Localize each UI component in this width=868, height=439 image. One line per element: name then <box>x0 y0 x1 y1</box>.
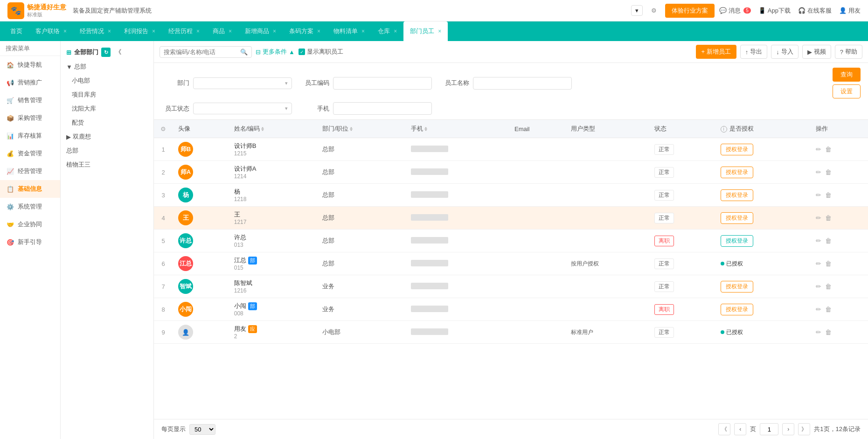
first-page-button[interactable]: 《 <box>718 423 730 435</box>
close-icon[interactable]: × <box>108 28 111 35</box>
tab-operations[interactable]: 经营情况 × <box>73 21 118 41</box>
emp-code-input[interactable] <box>333 77 432 90</box>
sidebar-item-finance[interactable]: 💰 资金管理 <box>0 145 60 162</box>
message-button[interactable]: 💬 消息 5 <box>719 7 751 15</box>
sidebar-item-marketing[interactable]: 📢 营销推广 <box>0 74 60 91</box>
close-icon[interactable]: × <box>273 28 276 35</box>
filter-status-select[interactable]: ▾ <box>193 103 292 114</box>
delete-icon[interactable]: 🗑 <box>825 214 832 222</box>
phone-input[interactable] <box>333 102 432 115</box>
next-page-button[interactable]: › <box>782 423 794 435</box>
gear-icon[interactable]: ⚙ <box>647 4 660 17</box>
sidebar-item-inventory[interactable]: 📊 库存核算 <box>0 127 60 145</box>
sidebar-item-purchase[interactable]: 📦 采购管理 <box>0 109 60 127</box>
online-service-button[interactable]: 🎧 在线客服 <box>798 7 832 15</box>
tab-employees[interactable]: 部门员工 × <box>403 21 448 41</box>
more-conditions-button[interactable]: ⊟ 更多条件 ▲ <box>256 48 295 56</box>
tab-home[interactable]: 首页 <box>4 21 29 41</box>
authorize-button[interactable]: 授权登录 <box>721 304 753 315</box>
col-dept[interactable]: 部门/职位 <box>317 120 405 138</box>
dept-tree-item-small-elec[interactable]: 小电部 <box>61 74 153 88</box>
sidebar-item-basic-info[interactable]: 📋 基础信息 <box>0 180 60 198</box>
user-avatar[interactable]: 👤 用友 <box>839 7 861 15</box>
import-button[interactable]: ↓ 导入 <box>771 45 799 59</box>
sidebar-item-enterprise[interactable]: 🤝 企业协同 <box>0 216 60 233</box>
edit-icon[interactable]: ✏ <box>816 168 821 176</box>
tab-barcode[interactable]: 条码方案 × <box>283 21 327 41</box>
delete-icon[interactable]: 🗑 <box>825 237 832 244</box>
close-icon[interactable]: × <box>63 28 67 35</box>
dept-tree-item-shenyang[interactable]: 沈阳大库 <box>61 102 153 116</box>
dept-collapse-button[interactable]: 《 <box>113 48 123 57</box>
search-input[interactable] <box>164 49 238 56</box>
sidebar-item-quick-nav[interactable]: 🏠 快捷导航 <box>0 56 60 74</box>
dept-tree-item-project[interactable]: 项目库房 <box>61 88 153 102</box>
col-phone[interactable]: 手机 <box>405 120 509 138</box>
delete-icon[interactable]: 🗑 <box>825 283 832 290</box>
dept-tree-item-hq[interactable]: 总部 <box>61 144 153 158</box>
emp-name-input[interactable] <box>473 77 572 90</box>
delete-icon[interactable]: 🗑 <box>825 191 832 199</box>
close-icon[interactable]: × <box>317 28 320 35</box>
help-button[interactable]: ? 帮助 <box>835 45 862 59</box>
edit-icon[interactable]: ✏ <box>816 237 821 244</box>
show-resigned-toggle[interactable]: ✓ 显示离职员工 <box>299 48 343 56</box>
page-input[interactable] <box>760 423 778 435</box>
tab-history[interactable]: 经营历程 × <box>162 21 206 41</box>
dept-tree-item-double[interactable]: ▶ 双鹿想 <box>61 130 153 144</box>
close-icon[interactable]: × <box>229 28 232 35</box>
authorize-button[interactable]: 授权登录 <box>721 281 753 293</box>
delete-icon[interactable]: 🗑 <box>825 328 832 336</box>
sidebar-item-operations[interactable]: 📈 经营管理 <box>0 162 60 180</box>
close-icon[interactable]: × <box>438 28 441 35</box>
edit-icon[interactable]: ✏ <box>816 283 821 290</box>
edit-icon[interactable]: ✏ <box>816 146 821 153</box>
set-button[interactable]: 设置 <box>833 84 861 98</box>
query-button[interactable]: 查询 <box>833 68 861 82</box>
tab-new-goods[interactable]: 新增商品 × <box>238 21 283 41</box>
edit-icon[interactable]: ✏ <box>816 191 821 199</box>
close-icon[interactable]: × <box>361 28 365 35</box>
sidebar-item-system[interactable]: ⚙️ 系统管理 <box>0 198 60 216</box>
delete-icon[interactable]: 🗑 <box>825 168 832 176</box>
authorize-button[interactable]: 授权登录 <box>721 144 753 155</box>
tab-customer[interactable]: 客户联络 × <box>29 21 73 41</box>
per-page-select[interactable]: 50 100 <box>189 424 215 435</box>
export-button[interactable]: ↑ 导出 <box>740 45 768 59</box>
authorize-button[interactable]: 授权登录 <box>721 235 753 247</box>
system-select[interactable]: ▾ <box>631 5 643 16</box>
close-icon[interactable]: × <box>196 28 200 35</box>
authorize-button[interactable]: 授权登录 <box>721 212 753 224</box>
edit-icon[interactable]: ✏ <box>816 214 821 222</box>
dept-tree-item-distribution[interactable]: 配货 <box>61 116 153 130</box>
delete-icon[interactable]: 🗑 <box>825 260 832 267</box>
last-page-button[interactable]: 》 <box>798 423 810 435</box>
trial-button[interactable]: 体验行业方案 <box>665 4 715 18</box>
column-settings-icon[interactable]: ⚙ <box>160 125 166 132</box>
edit-icon[interactable]: ✏ <box>816 260 821 267</box>
search-menu-input[interactable] <box>6 45 61 52</box>
filter-dept-select[interactable]: ▾ <box>193 77 292 89</box>
video-button[interactable]: ▶ 视频 <box>802 45 831 59</box>
tab-bom[interactable]: 物料清单 × <box>327 21 371 41</box>
close-icon[interactable]: × <box>152 28 155 35</box>
dept-tree-item-plant-king[interactable]: 植物王三 <box>61 158 153 172</box>
app-download-button[interactable]: 📱 App下载 <box>758 7 791 15</box>
prev-page-button[interactable]: ‹ <box>734 423 746 435</box>
dept-refresh-button[interactable]: ↻ <box>101 48 111 57</box>
delete-icon[interactable]: 🗑 <box>825 306 832 313</box>
edit-icon[interactable]: ✏ <box>816 328 821 336</box>
sidebar-item-sales[interactable]: 🛒 销售管理 <box>0 91 60 109</box>
delete-icon[interactable]: 🗑 <box>825 146 832 153</box>
tab-profit[interactable]: 利润报告 × <box>118 21 162 41</box>
tab-goods[interactable]: 商品 × <box>206 21 238 41</box>
close-icon[interactable]: × <box>394 28 397 35</box>
authorize-button[interactable]: 授权登录 <box>721 167 753 178</box>
tab-warehouse[interactable]: 仓库 × <box>371 21 403 41</box>
dept-tree-item-general[interactable]: ▼ 总部 <box>61 60 153 74</box>
add-employee-button[interactable]: + 新增员工 <box>696 45 736 59</box>
col-name[interactable]: 姓名/编码 <box>229 120 317 138</box>
sidebar-item-guide[interactable]: 🎯 新手引导 <box>0 233 60 251</box>
authorize-button[interactable]: 授权登录 <box>721 189 753 201</box>
edit-icon[interactable]: ✏ <box>816 306 821 313</box>
